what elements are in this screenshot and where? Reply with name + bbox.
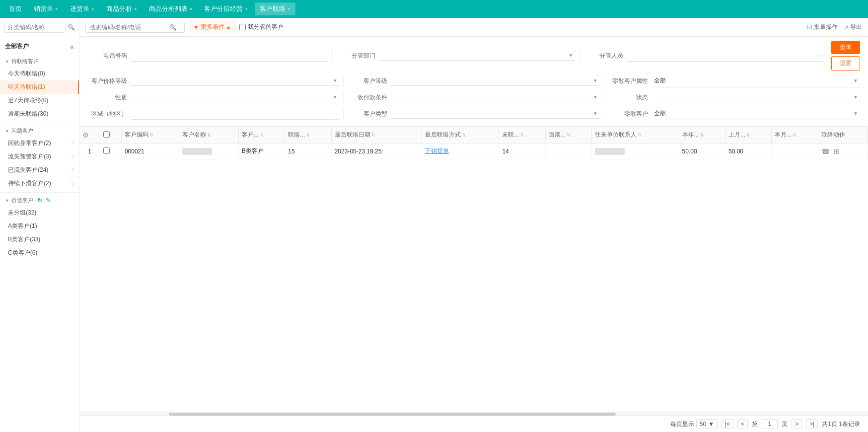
filter-icon: ▼: [193, 24, 199, 31]
filter-select-nature[interactable]: ▼: [131, 92, 339, 102]
set-button[interactable]: 设置: [831, 56, 860, 71]
sidebar-item-churn-warning[interactable]: 流失预警客户(3) ?: [0, 150, 79, 163]
filter-label-nature: 性质: [87, 93, 127, 102]
filter-select-scatter-attr[interactable]: 全部 ▼: [652, 74, 860, 87]
sidebar-item-today-contact[interactable]: 今天待联络(0): [0, 67, 79, 80]
nav-sales-order[interactable]: 销货单 ×: [29, 2, 63, 15]
nav-customer-contact[interactable]: 客户联络 ×: [255, 2, 295, 15]
filter-label-payment: 收付款条件: [348, 93, 387, 102]
table-header-gear[interactable]: ⚙: [79, 127, 100, 144]
sidebar-group-value: ▼ 价值客户 ↻ ✎: [0, 195, 79, 206]
sidebar-search-input[interactable]: [4, 22, 66, 33]
sidebar-item-class-b[interactable]: B类客户(33): [0, 233, 79, 246]
nav-home[interactable]: 首页: [4, 2, 27, 15]
filter-select-person[interactable]: ···: [627, 50, 823, 62]
table-header-code[interactable]: 客户编码 ⇅: [121, 127, 179, 144]
filter-select-payment[interactable]: ▼: [391, 92, 599, 102]
table-header-last-way[interactable]: 最后联络方式 ⇅: [422, 127, 499, 144]
filter-select-status[interactable]: ▼: [652, 92, 860, 102]
sidebar-divider-1: [0, 123, 79, 123]
phone-icon[interactable]: ☎: [821, 147, 830, 155]
close-icon[interactable]: ×: [288, 6, 290, 12]
table-header-unit-contact[interactable]: 往来单位联系人 ⇅: [592, 127, 679, 144]
table-header-this-month[interactable]: 本月... ⇅: [772, 127, 818, 144]
table-header-level[interactable]: 客户... ⇅: [238, 127, 285, 144]
advanced-filter-panel: 电话号码 分管部门 ▼ 分管人员 ···: [79, 37, 868, 127]
close-icon[interactable]: ×: [245, 6, 248, 12]
last-page-button[interactable]: >|: [806, 419, 818, 429]
per-page-value-selector[interactable]: 50 ▼: [696, 419, 718, 429]
help-icon: ?: [71, 181, 74, 187]
close-icon[interactable]: ×: [134, 6, 137, 12]
close-icon[interactable]: ×: [190, 6, 193, 12]
sidebar-item-declining[interactable]: 持续下滑客户(2) ?: [0, 177, 79, 190]
table-header-contacts[interactable]: 联络... ⇅: [285, 127, 331, 144]
sidebar-item-class-c[interactable]: C类客户(6): [0, 246, 79, 260]
sidebar-item-overdue-contact[interactable]: 逾期未联络(30): [0, 107, 79, 121]
filter-label-customer-type: 客户类型: [348, 110, 387, 118]
row-checkbox[interactable]: [100, 144, 122, 159]
nav-product-analysis-list[interactable]: 商品分析列表 ×: [144, 2, 198, 15]
table-header-not-linked[interactable]: 未联... ⇅: [499, 127, 545, 144]
sidebar-item-repurchase-abnormal[interactable]: 回购异常客户(2) ?: [0, 137, 79, 150]
filter-input-phone[interactable]: [131, 50, 327, 62]
sidebar-item-churned[interactable]: 已流失客户(24) ?: [0, 163, 79, 177]
triangle-icon: ▼: [5, 59, 9, 64]
row-select-checkbox[interactable]: [103, 147, 110, 154]
sidebar-item-ungrouped[interactable]: 未分组(32): [0, 206, 79, 219]
prev-page-button[interactable]: <: [737, 419, 748, 429]
search-icon[interactable]: 🔍: [68, 24, 75, 31]
chevron-down-icon: ▼: [332, 94, 337, 100]
filter-select-dept[interactable]: ▼: [379, 51, 576, 61]
sidebar-item-tomorrow-contact[interactable]: 明天待联络(1): [0, 80, 79, 94]
edit-icon[interactable]: ✎: [46, 197, 51, 204]
first-page-button[interactable]: |<: [722, 419, 733, 429]
select-all-checkbox[interactable]: [103, 131, 110, 138]
search-input[interactable]: [90, 24, 169, 31]
filter-select-customer-level[interactable]: ▼: [391, 76, 599, 86]
more-filters-button[interactable]: ▼ 更多条件 ▲: [189, 21, 235, 33]
refresh-icon[interactable]: ↻: [37, 197, 43, 204]
row-last-date: 2023-05-23 18:25:: [331, 144, 422, 159]
filter-select-region[interactable]: ···: [131, 108, 339, 120]
table-header-name[interactable]: 客户名称 ⇅: [179, 127, 239, 144]
nav-customer-layer[interactable]: 客户分层经营 ×: [199, 2, 253, 15]
nav-product-analysis[interactable]: 商品分析 ×: [101, 2, 142, 15]
content-area: 🔍 ▼ 更多条件 ▲ 我分管的客户 ☑ 批量操作 ↗ 导出: [79, 18, 868, 432]
sidebar-all-customers[interactable]: 全部客户 «: [0, 39, 79, 54]
my-customers-checkbox[interactable]: 我分管的客户: [239, 23, 284, 31]
filter-select-scatter-customer[interactable]: 全部 ▼: [652, 107, 860, 120]
nav-purchase-order[interactable]: 进货单 ×: [65, 2, 99, 15]
scrollbar-thumb[interactable]: [169, 413, 616, 416]
gear-icon[interactable]: ⚙: [82, 131, 89, 139]
export-button[interactable]: ↗ 导出: [844, 23, 862, 31]
search-icon[interactable]: 🔍: [169, 24, 177, 31]
filter-select-customer-type[interactable]: ▼: [391, 109, 599, 119]
filter-label-scatter-attr: 零散客户属性: [608, 77, 648, 85]
my-customers-check-input[interactable]: [239, 24, 246, 30]
filter-label-status: 状态: [608, 93, 648, 102]
sidebar-item-7days-contact[interactable]: 近7天待联络(0): [0, 94, 79, 107]
table-header-checkbox[interactable]: [100, 127, 122, 144]
row-contacts: 15: [285, 144, 331, 159]
table-header-last-date[interactable]: 最后联络日期 ⇅: [331, 127, 422, 144]
query-button[interactable]: 查询: [831, 41, 860, 54]
table-header-this-year[interactable]: 本年... ⇅: [679, 127, 725, 144]
last-way-link[interactable]: 下销货单: [425, 147, 449, 154]
table-header-action: 联络动作: [818, 127, 868, 144]
next-page-button[interactable]: >: [792, 419, 802, 429]
table-header-overdue[interactable]: 逾期... ⇅: [545, 127, 591, 144]
sidebar-item-class-a[interactable]: A类客户(1): [0, 219, 79, 233]
filter-cell-phone: 电话号码: [87, 50, 327, 62]
filter-select-price-level[interactable]: ▼: [131, 76, 339, 86]
table-header-last-month[interactable]: 上月... ⇅: [725, 127, 772, 144]
page-number-input[interactable]: [762, 419, 778, 429]
close-icon[interactable]: ×: [91, 6, 94, 12]
horizontal-scrollbar[interactable]: [79, 412, 868, 416]
chevron-down-icon: ▼: [332, 78, 337, 83]
batch-operation-button[interactable]: ☑ 批量操作: [807, 23, 838, 31]
grid-icon[interactable]: ⊞: [834, 147, 840, 155]
filter-label-scatter-customer: 零散客户: [608, 110, 648, 118]
close-icon[interactable]: ×: [55, 6, 58, 12]
filter-cell-price-level: 客户价格等级 ▼: [87, 76, 339, 86]
